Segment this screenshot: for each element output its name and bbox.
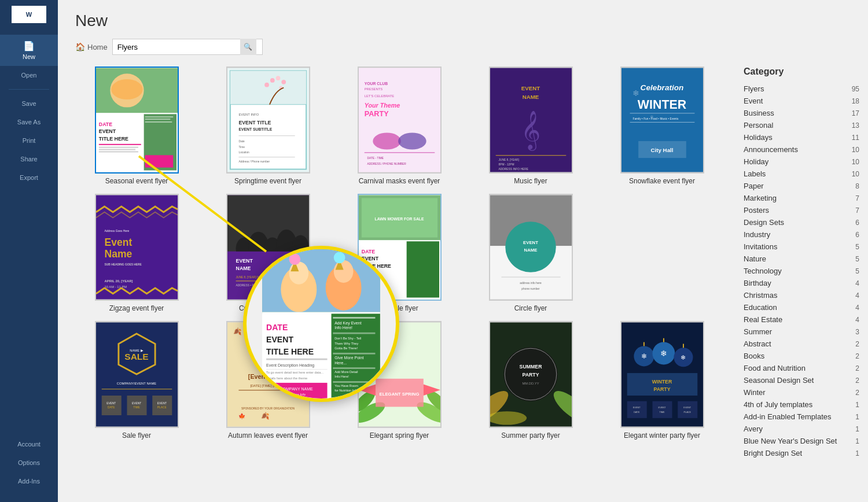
template-thumb-springtime: EVENT INFO EVENT TITLE EVENT SUBTITLE Da…	[226, 67, 310, 174]
svg-text:EVENT INFO: EVENT INFO	[238, 113, 259, 116]
template-item-summer-party[interactable]: SUMMER PARTY MM.DD.YY Summer party flyer	[469, 321, 592, 440]
category-item-count: 95	[852, 85, 859, 93]
template-thumb-snowflake: ❄ ❄ ❄ Celebration WINTER Family • Fun • …	[620, 67, 704, 174]
svg-text:𝄞: 𝄞	[521, 110, 540, 151]
sidebar-item-print[interactable]: Print	[0, 131, 58, 150]
template-item-autumn[interactable]: 🍂 🍁 🍂 🍁 AUTUMN [Event Name] [DATE] [TIME…	[207, 321, 329, 440]
category-item[interactable]: Industry6	[744, 228, 859, 241]
category-title: Category	[744, 67, 859, 77]
sidebar-item-saveas[interactable]: Save As	[0, 113, 58, 131]
svg-text:Address / Phone number: Address / Phone number	[238, 160, 270, 163]
category-item[interactable]: Christmas4	[744, 289, 859, 301]
category-item[interactable]: Nature5	[744, 253, 859, 265]
category-item-label: 4th of July templates	[744, 400, 812, 409]
category-item[interactable]: Education4	[744, 301, 859, 313]
search-input[interactable]	[113, 39, 240, 54]
category-item[interactable]: Bright Design Set1	[744, 447, 859, 459]
category-item[interactable]: Personal13	[744, 119, 859, 131]
template-item-music[interactable]: EVENT NAME 𝄞 JUNE 8, [YEAR] 8PM - 12PM A…	[469, 67, 592, 185]
category-item[interactable]: 4th of July templates1	[744, 398, 859, 411]
category-item[interactable]: Birthday4	[744, 277, 859, 289]
category-item[interactable]: Holiday10	[744, 156, 859, 168]
category-item[interactable]: Food and Nutrition2	[744, 362, 859, 374]
category-item-count: 6	[855, 231, 859, 239]
template-item-elegant-winter[interactable]: ❄ ❄ ❄ WINTER PARTY EVENT DATE EVENT	[601, 321, 723, 440]
category-item[interactable]: Books2	[744, 350, 859, 362]
category-item[interactable]: Event18	[744, 95, 859, 107]
template-item-cultural[interactable]: EVENT NAME JUNE 8, [YEAR] 8 PM - 12PM AD…	[207, 194, 329, 312]
template-item-springtime[interactable]: EVENT INFO EVENT TITLE EVENT SUBTITLE Da…	[207, 67, 329, 185]
sidebar-item-account[interactable]: Account	[0, 435, 58, 453]
home-icon: 🏠	[75, 42, 85, 51]
account-label: Account	[17, 441, 41, 448]
template-label-sale: Sale flyer	[122, 431, 151, 440]
template-item-circle[interactable]: EVENT NAME address info here phone numbe…	[469, 194, 592, 312]
category-item[interactable]: Add-in Enabled Templates1	[744, 411, 859, 423]
search-button[interactable]: 🔍	[240, 39, 256, 55]
svg-text:TITLE HERE: TITLE HERE	[98, 136, 128, 142]
svg-point-3	[111, 79, 142, 99]
template-item-sale[interactable]: NAME ▶ SALE COMPANY/EVENT NAME EVENT DAT…	[75, 321, 198, 440]
template-item-seasonal-event[interactable]: DATE EVENT TITLE HERE	[75, 67, 198, 185]
category-item-count: 2	[855, 352, 859, 360]
svg-text:❄: ❄	[660, 349, 667, 358]
svg-text:ADDRESS / PHONE NUMBER: ADDRESS / PHONE NUMBER	[367, 163, 406, 165]
category-item[interactable]: Business17	[744, 107, 859, 119]
svg-text:EVENT: EVENT	[131, 402, 141, 405]
sidebar-item-options[interactable]: Options	[0, 453, 58, 472]
template-item-forsale[interactable]: LAWN MOWER FOR SALE DATE EVENT TITLE HER…	[338, 194, 461, 312]
category-item[interactable]: Posters7	[744, 204, 859, 216]
sidebar-item-new[interactable]: 📄 New	[0, 35, 58, 66]
category-item[interactable]: Design Sets6	[744, 216, 859, 228]
svg-text:AUTUMN: AUTUMN	[259, 364, 276, 368]
svg-rect-84	[236, 280, 300, 281]
svg-text:Celebration: Celebration	[640, 83, 683, 92]
category-item-label: Posters	[744, 206, 769, 215]
svg-text:🍁: 🍁	[238, 412, 246, 420]
category-item-label: Avery	[744, 425, 763, 433]
category-item[interactable]: Invitations5	[744, 241, 859, 253]
category-item-label: Christmas	[744, 291, 778, 300]
sidebar-item-save[interactable]: Save	[0, 94, 58, 113]
category-item[interactable]: Flyers95	[744, 83, 859, 95]
template-item-zigzag[interactable]: Address Goes Here Event Name SUB HEADING…	[75, 194, 198, 312]
sidebar-item-export[interactable]: Export	[0, 168, 58, 187]
template-item-carnival[interactable]: YOUR CLUB PRESENTS LET'S CELEBRATE Your …	[338, 67, 461, 185]
svg-text:JUNE 8, [YEAR]: JUNE 8, [YEAR]	[498, 158, 518, 161]
category-item[interactable]: Abstract2	[744, 338, 859, 350]
category-item[interactable]: Technology5	[744, 265, 859, 277]
template-item-elegant-spring[interactable]: ELEGANT SPRING Elegant spring flyer	[338, 321, 461, 440]
home-link[interactable]: 🏠 Home	[75, 42, 108, 51]
export-label: Export	[20, 174, 38, 181]
sidebar-item-addins[interactable]: Add-Ins	[0, 472, 58, 490]
template-thumb-sale: NAME ▶ SALE COMPANY/EVENT NAME EVENT DAT…	[95, 321, 179, 428]
svg-text:🍂: 🍂	[261, 412, 270, 420]
template-item-snowflake[interactable]: ❄ ❄ ❄ Celebration WINTER Family • Fun • …	[601, 67, 723, 185]
category-item[interactable]: Blue New Year's Design Set1	[744, 435, 859, 447]
category-item[interactable]: Avery1	[744, 423, 859, 435]
sidebar-item-share[interactable]: Share	[0, 150, 58, 168]
category-item[interactable]: Announcements10	[744, 143, 859, 156]
category-item-count: 4	[855, 316, 859, 324]
svg-text:EVENT: EVENT	[523, 240, 538, 245]
category-item[interactable]: Marketing7	[744, 192, 859, 204]
svg-rect-10	[98, 147, 138, 148]
category-item[interactable]: Seasonal Design Set2	[744, 374, 859, 386]
svg-text:Address Goes Here: Address Goes Here	[104, 230, 129, 232]
svg-text:EVENT: EVENT	[98, 128, 116, 134]
category-item-label: Labels	[744, 169, 766, 178]
category-item[interactable]: Real Estate4	[744, 313, 859, 326]
category-item[interactable]: Winter2	[744, 386, 859, 398]
svg-text:DATE: DATE	[107, 406, 115, 409]
template-thumb-cultural: EVENT NAME JUNE 8, [YEAR] 8 PM - 12PM AD…	[226, 194, 310, 301]
sidebar-item-open[interactable]: Open	[0, 66, 58, 84]
category-item[interactable]: Summer3	[744, 326, 859, 338]
category-item[interactable]: Paper8	[744, 180, 859, 192]
category-item-count: 2	[855, 364, 859, 372]
category-item[interactable]: Holidays11	[744, 131, 859, 143]
svg-rect-111	[152, 396, 172, 415]
category-item[interactable]: Labels10	[744, 168, 859, 180]
category-item-label: Real Estate	[744, 315, 782, 324]
category-item-label: Design Sets	[744, 218, 784, 227]
category-item-count: 18	[852, 97, 859, 105]
